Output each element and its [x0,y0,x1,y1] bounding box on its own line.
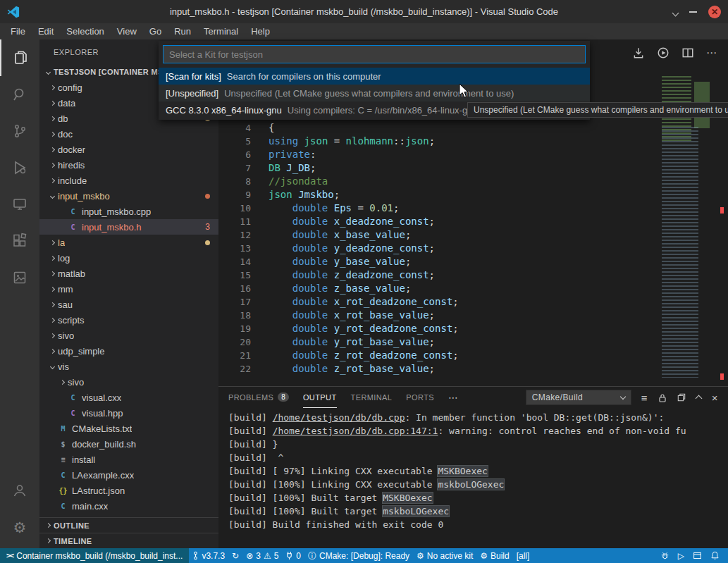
outline-section[interactable]: OUTLINE [39,517,218,533]
tree-item-CMakeLists.txt[interactable]: MCMakeLists.txt [39,421,218,436]
tree-item-LAexample.cxx[interactable]: CLAexample.cxx [39,467,218,483]
build-target[interactable]: [all] [513,548,533,563]
tree-item-sivo[interactable]: sivo [39,328,218,343]
settings-gear-icon[interactable]: ⚙ [0,509,39,545]
cpp-file-icon: C [58,502,68,510]
version-indicator[interactable]: v3.7.3 [189,548,228,563]
panel-tab-problems[interactable]: PROBLEMS8 [228,387,289,408]
media-extension-icon[interactable] [0,259,39,296]
open-in-editor-icon[interactable] [677,393,686,402]
output-segment: MSKBOexec [438,466,487,476]
maximize-panel-icon[interactable] [695,395,702,402]
download-icon[interactable] [632,47,645,59]
ports-indicator[interactable]: 0 [282,548,304,563]
build-button[interactable]: ⚙ Build [476,548,512,563]
quickpick-item[interactable]: [Scan for kits]Search for compilers on t… [159,68,590,85]
tree-item-la[interactable]: la [39,235,218,250]
window-layout-icon[interactable] [693,551,702,560]
chevron-right-icon [42,539,54,543]
ports-count: 0 [296,551,301,561]
remote-icon: >< [6,551,13,560]
panel-tab-output[interactable]: OUTPUT [303,387,337,408]
quickpick-item[interactable]: [Unspecified]Unspecified (Let CMake gues… [159,85,590,101]
tree-item-matlab[interactable]: matlab [39,266,218,281]
code-token: ; [310,162,316,173]
code-token: ; [429,269,435,280]
tree-item-log[interactable]: log [39,250,218,266]
tree-item-visual.hpp[interactable]: Cvisual.hpp [39,405,218,421]
title-bar: input_mskbo.h - testjson [Container mskb… [0,0,728,23]
debug-icon[interactable] [660,551,670,560]
menu-item-go[interactable]: Go [143,23,168,39]
tree-item-docker_build.sh[interactable]: $docker_build.sh [39,436,218,452]
minimap[interactable] [659,45,714,381]
output-filter-icon[interactable]: ≡ [641,392,648,404]
code-token: //jsondata [269,175,328,187]
tree-item-input_mskbo.cpp[interactable]: Cinput_mskbo.cpp [39,204,218,219]
remote-indicator[interactable]: >< Container mskbo_build (/mskbo_build_i… [0,548,189,563]
code-token [269,283,292,294]
menu-item-view[interactable]: View [111,23,143,39]
output-segment[interactable]: /home/testjson/db/db.cpp [273,412,405,423]
bell-icon[interactable] [710,551,720,560]
timeline-section[interactable]: TIMELINE [39,533,218,548]
tree-item-mm[interactable]: mm [39,281,218,297]
tree-item-LAstruct.json[interactable]: {}LAstruct.json [39,483,218,498]
target-label: [all] [517,551,530,561]
tree-item-scripts[interactable]: scripts [39,312,218,328]
output-segment: mskboLOGexec [438,479,504,490]
extensions-icon[interactable] [0,223,39,259]
menu-item-terminal[interactable]: Terminal [197,23,245,39]
code-line: 15 double z_deadzone_const; [218,268,658,282]
tree-item-docker[interactable]: docker [39,142,218,157]
panel-tab-label: PROBLEMS [228,393,273,402]
account-icon[interactable] [0,472,39,509]
cmake-status[interactable]: ⓘ CMake: [Debug]: Ready [304,548,413,563]
close-button[interactable]: ✕ [708,6,721,18]
remote-explorer-icon[interactable] [0,186,39,223]
quickpick-input[interactable] [169,49,579,60]
code-lines[interactable]: 4{5using json = nlohmann::json;6private:… [218,121,658,376]
tree-item-main.cxx[interactable]: Cmain.cxx [39,498,218,514]
tree-item-include[interactable]: include [39,173,218,188]
tree-item-sivo[interactable]: sivo [39,374,218,390]
source-control-icon[interactable] [0,113,39,149]
search-icon[interactable] [0,76,39,113]
branch-icon [192,551,199,560]
tree-item-label: input_mskbo.cpp [82,206,151,217]
tree-item-visual.cxx[interactable]: Cvisual.cxx [39,390,218,405]
window-shade-button[interactable] [673,6,678,18]
chevron-down-icon [619,393,625,399]
problems-indicator[interactable]: ⊗ 3 ⚠ 5 [242,548,282,563]
output-segment[interactable]: /home/testjson/db/db.cpp:147:1 [273,426,438,436]
panel-tab-ports[interactable]: PORTS [406,387,434,408]
run-debug-icon[interactable] [0,149,39,186]
output-channel-select[interactable]: CMake/Build [526,390,631,405]
tree-item-install[interactable]: ≡install [39,452,218,467]
menu-item-edit[interactable]: Edit [32,23,60,39]
tree-item-udp_simple[interactable]: udp_simple [39,343,218,359]
tree-item-sau[interactable]: sau [39,297,218,312]
sync-button[interactable]: ↻ [228,548,242,563]
modified-dot-icon [205,240,210,245]
menu-item-selection[interactable]: Selection [60,23,110,39]
chevron-right-icon [47,179,58,182]
quickpick-item-label: [Unspecified] [166,88,218,99]
panel-tab-terminal[interactable]: TERMINAL [351,387,393,408]
kit-selector[interactable]: ⚙ No active kit [413,548,476,563]
tree-item-input_mskbo.h[interactable]: Cinput_mskbo.h3 [39,219,218,235]
menu-item-file[interactable]: File [4,23,32,39]
close-panel-icon[interactable]: × [712,392,718,403]
menu-item-help[interactable]: Help [245,23,276,39]
minimize-button[interactable] [689,11,697,13]
tree-item-hiredis[interactable]: hiredis [39,157,218,173]
tree-item-doc[interactable]: doc [39,126,218,142]
more-tabs-icon[interactable]: ⋯ [448,392,458,403]
tree-item-input_mskbo[interactable]: input_mskbo [39,188,218,204]
code-token: ; [429,135,435,147]
menu-item-run[interactable]: Run [168,23,197,39]
tree-item-vis[interactable]: vis [39,359,218,374]
play-icon[interactable]: ▷ [678,551,684,561]
scroll-lock-icon[interactable] [658,393,667,402]
explorer-icon[interactable] [0,39,39,76]
